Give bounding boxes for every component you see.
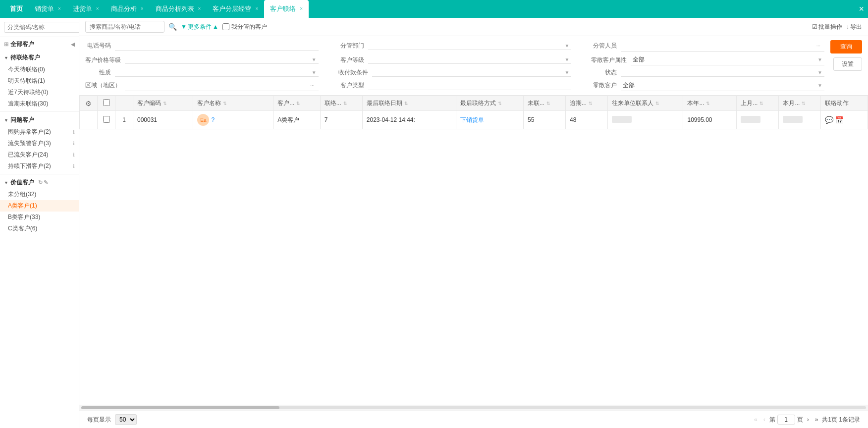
- sidebar-all-customers[interactable]: ⊞ 全部客户 ◀: [0, 37, 79, 52]
- manager-more-btn[interactable]: ···: [814, 42, 822, 50]
- scattered-select[interactable]: 全部 ▼: [621, 80, 824, 91]
- sidebar-search-input[interactable]: [4, 22, 79, 33]
- nature-select[interactable]: ▼: [115, 69, 319, 77]
- table-row: 1 000031 Ea ? A类客户 7 2023-04: [80, 111, 868, 129]
- customer-grade-select[interactable]: ▼: [368, 56, 572, 64]
- first-page-btn[interactable]: «: [752, 415, 760, 424]
- my-customer-checkbox[interactable]: [222, 23, 229, 30]
- chat-icon[interactable]: 💬: [825, 116, 833, 124]
- nav-analysis-list[interactable]: 商品分析列表 ×: [150, 0, 207, 18]
- col-this-year[interactable]: 本年... ⇅: [683, 96, 737, 111]
- info-icon-abnormal: ℹ: [73, 129, 75, 135]
- close-sales-icon[interactable]: ×: [58, 0, 61, 18]
- nav-purchase[interactable]: 进货单 ×: [67, 0, 105, 18]
- horizontal-scrollbar[interactable]: [79, 405, 868, 411]
- last-page-btn[interactable]: »: [813, 415, 820, 424]
- close-tier-icon[interactable]: ×: [255, 0, 258, 18]
- sort-overdue-icon: ⇅: [589, 101, 593, 106]
- edit-group-icon[interactable]: ✎: [44, 179, 48, 186]
- col-last-month[interactable]: 上月... ⇅: [737, 96, 779, 111]
- col-last-date[interactable]: 最后联络日期 ⇅: [362, 96, 456, 111]
- nav-sales[interactable]: 销货单 ×: [29, 0, 67, 18]
- more-filter-button[interactable]: ▼ 更多条件 ▲: [181, 23, 218, 31]
- sort-last-date-icon: ⇅: [404, 101, 408, 106]
- gear-settings-icon[interactable]: ⚙: [85, 100, 92, 107]
- region-input-more[interactable]: ···: [125, 80, 319, 91]
- scrollbar-track: [81, 406, 866, 409]
- col-name[interactable]: 客户名称 ⇅: [193, 96, 273, 111]
- sidebar-collapse-btn[interactable]: ◀: [71, 42, 75, 47]
- nav-customer-tier[interactable]: 客户分层经营 ×: [207, 0, 264, 18]
- page-size-select[interactable]: 50: [115, 414, 137, 425]
- sidebar-item-lost[interactable]: 已流失客户(24) ℹ: [0, 149, 79, 160]
- phone-input[interactable]: [115, 41, 319, 51]
- close-contact-icon[interactable]: ×: [300, 0, 303, 18]
- export-button[interactable]: ↓ 导出: [846, 23, 862, 31]
- prev-page-btn[interactable]: ‹: [761, 415, 767, 424]
- status-select[interactable]: ▼: [621, 69, 824, 77]
- col-not-linked[interactable]: 未联... ⇅: [523, 96, 565, 111]
- close-purchase-icon[interactable]: ×: [96, 0, 99, 18]
- col-last-way[interactable]: 最后联络方式 ⇅: [456, 96, 523, 111]
- col-this-month[interactable]: 本月... ⇅: [779, 96, 821, 111]
- sidebar-item-ungroup[interactable]: 未分组(32): [0, 189, 79, 200]
- manager-input-more[interactable]: ···: [621, 40, 824, 52]
- sidebar-item-declining[interactable]: 持续下滑客户(2) ℹ: [0, 160, 79, 172]
- nature-arrow-icon: ▼: [312, 70, 317, 75]
- sidebar-item-overdue[interactable]: 逾期未联络(30): [0, 98, 79, 109]
- group-value[interactable]: ▼ 价值客户 ↻ ✎: [0, 176, 79, 189]
- close-all-btn[interactable]: ×: [859, 4, 864, 14]
- group-problem[interactable]: ▼ 问题客户: [0, 114, 79, 126]
- sidebar-item-b-class[interactable]: B类客户(33): [0, 212, 79, 223]
- price-grade-select[interactable]: ▼: [125, 56, 319, 64]
- last-way-link[interactable]: 下销货单: [460, 116, 484, 123]
- col-contact[interactable]: 联络... ⇅: [320, 96, 362, 111]
- batch-op-button[interactable]: ☑ 批量操作: [812, 23, 842, 31]
- scattered-attr-select[interactable]: 全部 ▼: [631, 54, 824, 65]
- nav-customer-contact[interactable]: 客户联络 ×: [264, 0, 309, 18]
- divider-1: [0, 111, 79, 112]
- group-pending[interactable]: ▼ 待联络客户: [0, 52, 79, 64]
- nav-analysis[interactable]: 商品分析 ×: [105, 0, 150, 18]
- sidebar-item-c-class[interactable]: C类客户(6): [0, 223, 79, 234]
- cell-type: A类客户: [273, 111, 320, 129]
- filter-nature: 性质 ▼: [85, 68, 319, 77]
- scrollbar-thumb[interactable]: [81, 406, 279, 409]
- col-unit-contact[interactable]: 往来单位联系人 ⇅: [607, 96, 683, 111]
- dept-arrow-icon: ▼: [564, 43, 569, 49]
- region-more-btn[interactable]: ···: [308, 82, 316, 89]
- row-checkbox[interactable]: [103, 116, 110, 123]
- manager-input[interactable]: [623, 41, 814, 50]
- sidebar-item-tomorrow[interactable]: 明天待联络(1): [0, 75, 79, 87]
- sidebar-item-today[interactable]: 今天待联络(0): [0, 64, 79, 75]
- cell-code: 000031: [133, 111, 193, 129]
- my-customer-checkbox-label[interactable]: 我分管的客户: [222, 23, 267, 31]
- schedule-icon[interactable]: 📅: [835, 116, 844, 124]
- page-input[interactable]: [777, 415, 795, 425]
- toolbar-right: ☑ 批量操作 ↓ 导出: [812, 23, 862, 31]
- pending-arrow-icon: ▼: [4, 55, 8, 60]
- col-type[interactable]: 客户... ⇅: [273, 96, 320, 111]
- refresh-icon[interactable]: ↻: [38, 179, 43, 186]
- query-button[interactable]: 查询: [830, 40, 862, 54]
- sidebar-item-warn[interactable]: 流失预警客户(3) ℹ: [0, 138, 79, 149]
- dept-select[interactable]: ▼: [368, 42, 572, 50]
- close-analysis-icon[interactable]: ×: [141, 0, 144, 18]
- sort-code-icon: ⇅: [163, 101, 167, 106]
- close-analysis-list-icon[interactable]: ×: [198, 0, 201, 18]
- select-all-checkbox[interactable]: [103, 99, 110, 106]
- customer-type-input[interactable]: [368, 81, 572, 90]
- col-overdue[interactable]: 逾期... ⇅: [565, 96, 607, 111]
- main-search-input[interactable]: [85, 21, 164, 33]
- region-input[interactable]: [127, 81, 308, 90]
- nav-home[interactable]: 首页: [4, 0, 29, 18]
- payment-select[interactable]: ▼: [372, 69, 572, 77]
- sidebar-item-7days[interactable]: 近7天待联络(0): [0, 87, 79, 98]
- settings-button[interactable]: 设置: [833, 57, 862, 71]
- sidebar-item-abnormal[interactable]: 囤购异常客户(2) ℹ: [0, 126, 79, 138]
- main-search-button[interactable]: 🔍: [168, 23, 177, 31]
- manager-label: 分管人员: [591, 42, 621, 50]
- next-page-btn[interactable]: ›: [805, 415, 811, 424]
- sidebar-item-a-class[interactable]: A类客户(1): [0, 200, 79, 212]
- col-code[interactable]: 客户编码 ⇅: [133, 96, 193, 111]
